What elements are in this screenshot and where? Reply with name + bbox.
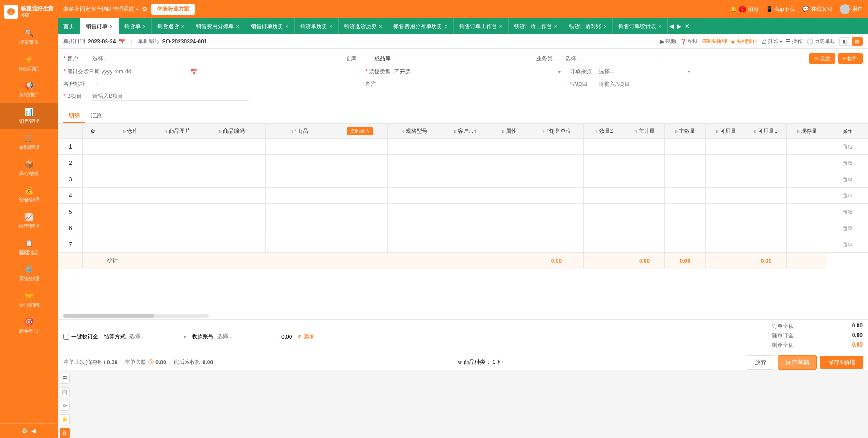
copy-icon[interactable]: ⧉: [848, 241, 852, 248]
delete-icon[interactable]: 🗑: [843, 193, 848, 199]
settlement-dropdown[interactable]: ▾: [184, 334, 186, 340]
current-debt-hint[interactable]: ⓪: [148, 358, 154, 366]
tab-summary[interactable]: 汇总: [85, 109, 107, 123]
th-avail[interactable]: ⇅可用量: [705, 124, 746, 139]
order-source-dropdown[interactable]: ▾: [688, 69, 690, 75]
right-panel-icon-2[interactable]: ✏: [60, 401, 70, 411]
app-download-item[interactable]: 📱 App下载: [766, 5, 795, 13]
print-link[interactable]: 🖨 打印 ▾: [761, 38, 782, 45]
copy-icon[interactable]: ⧉: [848, 193, 852, 199]
settings-button[interactable]: ⚙ 设置: [809, 53, 835, 64]
settings-bottom-icon[interactable]: ⚙: [22, 427, 28, 434]
order-source-input[interactable]: [597, 67, 688, 76]
tab-sales-slip[interactable]: 销货单 ✕: [119, 18, 152, 34]
th-product[interactable]: ⇅*商品: [265, 124, 333, 139]
notification-item[interactable]: 🔔 9 消息: [730, 5, 759, 13]
system-dropdown-arrow[interactable]: ▾: [136, 7, 138, 12]
calendar-icon[interactable]: 📅: [118, 39, 125, 45]
tab-detail[interactable]: 明细: [63, 109, 85, 123]
th-warehouse[interactable]: ⇅仓库: [103, 124, 157, 139]
tab-sales-order-close[interactable]: ✕: [109, 24, 113, 29]
sidebar-item-finance[interactable]: 💰 资金管理: [0, 182, 58, 208]
sidebar-item-system[interactable]: ⚙️ 系统管理: [0, 260, 58, 287]
tab-fee-split[interactable]: 销售费用分摊单 ✕: [190, 18, 245, 34]
delete-icon[interactable]: 🗑: [843, 225, 848, 231]
settlement-input[interactable]: [127, 332, 182, 341]
copy-icon[interactable]: ⧉: [848, 225, 852, 231]
tab-workbench[interactable]: 销售订单工作台 ✕: [454, 18, 509, 34]
tab-stats[interactable]: 销售订单统计表 ✕: [613, 18, 668, 34]
profit-link[interactable]: ◉ 毛利预估: [731, 38, 758, 45]
th-customer-code[interactable]: ⇅客户...ℹ: [441, 124, 489, 139]
tab-reconcile-close[interactable]: ✕: [603, 24, 607, 29]
right-panel-icon-4[interactable]: ⧉: [60, 428, 70, 438]
tab-fee-split-close[interactable]: ✕: [236, 24, 239, 29]
history-link[interactable]: 🕐 历史单据: [806, 38, 836, 45]
invoice-dropdown-icon[interactable]: ▾: [558, 69, 561, 75]
tab-fee-history-close[interactable]: ✕: [444, 24, 448, 29]
customer-input[interactable]: [91, 54, 181, 63]
tab-nav-right[interactable]: ▶: [675, 18, 683, 34]
video-link[interactable]: ▶ 视频: [660, 38, 676, 45]
scan-button[interactable]: 扫码录入: [347, 127, 373, 135]
discard-button[interactable]: 放弃: [747, 355, 774, 370]
right-panel-icon-3[interactable]: ⭐: [60, 414, 70, 424]
tab-daily-clear-close[interactable]: ✕: [554, 24, 558, 29]
th-image[interactable]: ⇅商品图片: [157, 124, 198, 139]
th-code[interactable]: ⇅商品编码: [198, 124, 265, 139]
topbar-gear-icon[interactable]: ⚙: [142, 5, 148, 13]
tab-workbench-close[interactable]: ✕: [499, 24, 503, 29]
sidebar-item-operations[interactable]: 📈 经营管理: [0, 208, 58, 234]
operation-link[interactable]: ☰ 操作: [786, 38, 803, 45]
add-payment-button[interactable]: ⊕ 添加: [297, 333, 314, 341]
collapse-icon[interactable]: ◀: [31, 427, 36, 434]
horizontal-scrollbar[interactable]: [63, 314, 209, 318]
account-more-icon[interactable]: ···: [272, 334, 276, 340]
save-draft-button[interactable]: 保存草稿: [778, 355, 817, 370]
salesperson-more-icon[interactable]: ···: [654, 56, 659, 62]
customer-more-icon[interactable]: ···: [181, 56, 186, 62]
add-product-button[interactable]: + 物料: [838, 53, 863, 64]
account-input[interactable]: [215, 332, 270, 341]
th-stock[interactable]: ⇅现存量: [786, 124, 827, 139]
tab-slip-history-close[interactable]: ✕: [329, 24, 333, 29]
tab-stats-close[interactable]: ✕: [658, 24, 662, 29]
a-project-input[interactable]: [597, 80, 688, 88]
tab-nav-left[interactable]: ◀: [668, 18, 675, 34]
sidebar-item-enterprise[interactable]: 🤝 企业协同: [0, 287, 58, 313]
tab-returns-close[interactable]: ✕: [181, 24, 184, 29]
tab-slip-history[interactable]: 销货单历史 ✕: [295, 18, 339, 34]
tab-sales-slip-close[interactable]: ✕: [142, 24, 146, 29]
copy-icon[interactable]: ⧉: [848, 160, 852, 166]
tab-return-history-close[interactable]: ✕: [378, 24, 382, 29]
th-unit[interactable]: ⇅*销售单位: [529, 124, 583, 139]
sidebar-item-sales[interactable]: 📊 销售管理: [0, 103, 58, 129]
th-attr[interactable]: ⇅属性: [489, 124, 529, 139]
tab-return-history[interactable]: 销货退货历史 ✕: [339, 18, 388, 34]
sidebar-item-search[interactable]: 🔍 搜索菜单: [0, 24, 58, 50]
delete-icon[interactable]: 🗑: [843, 176, 848, 183]
salesperson-input[interactable]: [563, 54, 654, 63]
copy-icon[interactable]: ⧉: [848, 176, 852, 183]
sidebar-item-inventory[interactable]: 📦 库存核算: [0, 155, 58, 182]
th-qty2[interactable]: ⇅数量2: [583, 124, 624, 139]
delivery-calendar-icon[interactable]: 📅: [190, 69, 197, 75]
sidebar-item-quick[interactable]: ⚡ 快捷导航: [0, 50, 58, 77]
list-view-button[interactable]: ◧: [839, 37, 850, 46]
grid-view-button[interactable]: ▦: [852, 37, 863, 46]
right-panel-icon-1[interactable]: 📋: [60, 387, 70, 397]
tab-nav-menu[interactable]: ✕: [683, 18, 691, 34]
sidebar-item-guide[interactable]: 🎯 新手引导: [0, 313, 58, 339]
quick-deposit-checkbox[interactable]: [63, 334, 69, 340]
industry-solution-button[interactable]: 体验行业方案: [151, 4, 195, 15]
sidebar-item-purchase[interactable]: 🛒 采购管理: [0, 129, 58, 155]
help-link[interactable]: ❓ 帮助: [680, 38, 698, 45]
warehouse-more-icon[interactable]: ···: [394, 56, 399, 62]
online-service-item[interactable]: 💬 在线客服: [802, 5, 833, 13]
column-settings-icon[interactable]: ⚙: [90, 128, 95, 135]
sidebar-item-marketing[interactable]: 📢 营销推广: [0, 77, 58, 103]
scroll-thumb[interactable]: [63, 314, 154, 318]
save-new-button[interactable]: 保存&新增: [820, 356, 863, 369]
shortcut-link[interactable]: ⌨ 快捷键: [702, 38, 727, 45]
tab-fee-history[interactable]: 销售费用分摊单历史 ✕: [388, 18, 454, 34]
